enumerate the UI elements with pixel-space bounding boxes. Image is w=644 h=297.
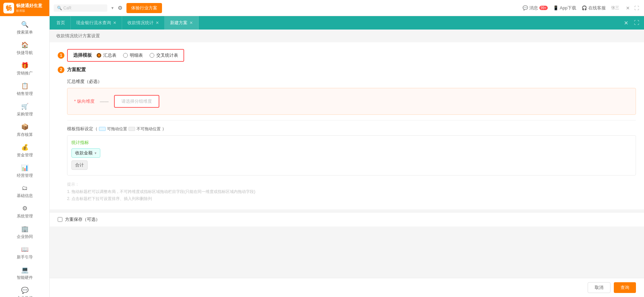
section1-title: 选择模板: [73, 52, 92, 58]
folder-icon: 🗂: [22, 185, 28, 192]
save-section: 方案保存（可选）: [50, 212, 644, 227]
radio-detail[interactable]: 明细表: [123, 52, 143, 58]
sidebar-item-label: 经营管理: [17, 173, 33, 179]
sidebar-item-finance[interactable]: 💰 资金管理: [0, 140, 49, 161]
query-button[interactable]: 查询: [614, 282, 636, 293]
sidebar-item-inventory[interactable]: 📦 库存核算: [0, 120, 49, 140]
sidebar-item-hardware[interactable]: 💻 智能硬件: [0, 263, 49, 283]
tabbar: 首页 现金银行流水查询 ✕ 收款情况统计 ✕ 新建方案 ✕ ✕ ⛶: [50, 16, 644, 30]
sidebar-item-marketing[interactable]: 🎁 营销推广: [0, 58, 49, 79]
sidebar-item-label: 系统管理: [17, 213, 33, 219]
sidebar-item-label: 采购管理: [17, 111, 33, 117]
radio-summary[interactable]: 汇总表: [97, 52, 116, 58]
sidebar-item-label: 基础信息: [17, 193, 33, 199]
content-area: 收款情况统计方案设置 1 选择模板 汇总表: [50, 30, 644, 278]
close-all-tabs-icon[interactable]: ✕: [621, 18, 631, 28]
section2-num: 2: [58, 66, 64, 73]
tab-cashflow[interactable]: 现金银行流水查询 ✕: [71, 16, 122, 30]
sidebar-item-guide[interactable]: 📖 新手引导: [0, 242, 49, 263]
section2-title: 方案配置: [67, 67, 86, 73]
building-icon: 🏢: [21, 225, 29, 233]
sidebar-item-sales[interactable]: 📋 销售管理: [0, 79, 49, 99]
metric-chip-revenue[interactable]: 收款金额 ▾: [71, 148, 100, 158]
metrics-header: 模板指标设定（ 可拖动位置 不可拖动位置 ）: [67, 126, 636, 132]
radio-detail-input[interactable]: [123, 53, 128, 58]
user-name: 张三: [611, 5, 619, 11]
laptop-icon: 💻: [21, 266, 29, 274]
gift-icon: 🎁: [21, 62, 29, 69]
tabbar-right: ✕ ⛶: [621, 18, 641, 28]
main-area: 🔍 CaR ▾ ⚙ 体验行业方案 💬 消息 99+ 📱 App下载 🎧 在线客服: [50, 0, 644, 297]
metrics-hint-suffix: ）: [162, 126, 166, 132]
gear-icon: ⚙: [22, 205, 28, 212]
vertical-dimension-label: * 纵向维度: [74, 98, 95, 104]
online-service-item[interactable]: 🎧 在线客服: [582, 5, 606, 11]
sidebar-item-operations[interactable]: 📊 经营管理: [0, 161, 49, 181]
dimension-selector[interactable]: 请选择分组维度: [114, 95, 159, 108]
divider: [67, 120, 636, 120]
sidebar-item-purchase[interactable]: 🛒 采购管理: [0, 99, 49, 120]
sidebar-item-system[interactable]: ⚙ 系统管理: [0, 201, 49, 222]
section2: 2 方案配置 汇总维度（必选） * 纵向维度 —— 请选择分组维度: [58, 66, 636, 203]
save-checkbox[interactable]: [58, 217, 62, 222]
book-icon: 📖: [21, 246, 29, 253]
metrics-label: 模板指标设定（: [67, 126, 98, 132]
logo-icon: 畅: [3, 3, 14, 13]
home-icon: 🏠: [21, 41, 29, 49]
money-icon: 💰: [21, 144, 29, 151]
sidebar-item-label: 营销推广: [17, 70, 33, 76]
tab-home[interactable]: 首页: [52, 16, 71, 30]
cancel-button[interactable]: 取消: [588, 282, 610, 293]
app-download-item[interactable]: 📱 App下载: [553, 5, 576, 11]
sidebar-item-label: 智能硬件: [17, 275, 33, 281]
radio-detail-label: 明细表: [130, 52, 143, 58]
service-icon: 🎧: [582, 5, 587, 10]
sidebar-item-wechat[interactable]: 💬 企业微信: [0, 283, 49, 297]
search-icon: 🔍: [57, 6, 62, 10]
logo-text: 畅捷通好生意: [16, 3, 42, 9]
dropdown-arrow-icon[interactable]: ▾: [111, 5, 114, 10]
maximize-window-icon[interactable]: ⛶: [633, 5, 640, 11]
tab-receipt[interactable]: 收款情况统计 ✕: [122, 16, 165, 30]
tab-close-icon[interactable]: ✕: [113, 20, 116, 25]
tips-line1: 1. 拖动标题栏可以调整布局，不可跨维度或指标区域拖动栏目字段(只能在同一维度或…: [67, 188, 636, 196]
section1-header: 1 选择模板 汇总表 明细表: [58, 49, 636, 62]
message-item[interactable]: 💬 消息 99+: [523, 5, 548, 11]
sidebar-nav: 🔍 搜索菜单 🏠 快捷导航 🎁 营销推广 📋 销售管理 🛒 采购管理 📦: [0, 16, 49, 297]
settings-icon[interactable]: ⚙: [118, 5, 122, 11]
message-icon: 💬: [523, 5, 528, 10]
section2-header: 2 方案配置: [58, 66, 636, 73]
sidebar-item-search[interactable]: 🔍 搜索菜单: [0, 17, 49, 38]
sidebar-item-basic[interactable]: 🗂 基础信息: [0, 181, 49, 201]
sidebar-item-label: 库存核算: [17, 132, 33, 138]
radio-cross[interactable]: 交叉统计表: [150, 52, 178, 58]
draggable-indicator: [99, 127, 106, 131]
dimension-row: * 纵向维度 —— 请选择分组维度: [74, 95, 629, 108]
close-window-icon[interactable]: ✕: [625, 5, 631, 11]
tab-new-plan[interactable]: 新建方案 ✕: [165, 16, 199, 30]
tab-close-icon[interactable]: ✕: [156, 20, 159, 25]
expand-tabs-icon[interactable]: ⛶: [632, 18, 641, 28]
section2-body: 汇总维度（必选） * 纵向维度 —— 请选择分组维度: [58, 79, 636, 203]
sales-icon: 📋: [21, 82, 29, 90]
main-card: 1 选择模板 汇总表 明细表: [50, 42, 644, 209]
topbar-search[interactable]: 🔍 CaR: [54, 4, 107, 12]
dimension-label: 汇总维度（必选）: [67, 79, 636, 85]
sidebar-item-label: 资金管理: [17, 152, 33, 158]
topbar: 🔍 CaR ▾ ⚙ 体验行业方案 💬 消息 99+ 📱 App下载 🎧 在线客服: [50, 0, 644, 16]
tab-close-icon[interactable]: ✕: [190, 20, 193, 25]
sidebar-item-label: 企业微信: [17, 295, 33, 297]
sidebar-item-quick[interactable]: 🏠 快捷导航: [0, 38, 49, 58]
tips: 提示： 1. 拖动标题栏可以调整布局，不可跨维度或指标区域拖动栏目字段(只能在同…: [67, 181, 636, 203]
industry-solution-button[interactable]: 体验行业方案: [126, 3, 162, 13]
tips-title: 提示：: [67, 182, 79, 187]
radio-summary-input[interactable]: [97, 53, 101, 58]
search-icon: 🔍: [21, 21, 29, 28]
message-badge: 99+: [539, 6, 548, 10]
sidebar-item-enterprise[interactable]: 🏢 企业协同: [0, 222, 49, 242]
hint-draggable: 可拖动位置: [99, 126, 127, 132]
metrics-container: 统计指标 收款金额 ▾ 合计: [67, 135, 636, 176]
page-title: 收款情况统计方案设置: [50, 30, 644, 42]
cart-icon: 🛒: [21, 103, 29, 110]
radio-cross-input[interactable]: [150, 53, 154, 58]
